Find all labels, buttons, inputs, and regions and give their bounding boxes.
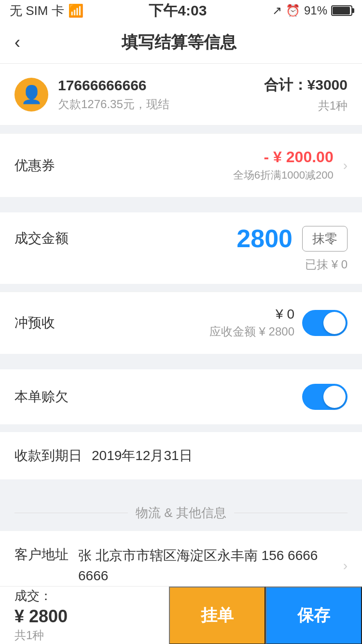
total-amount: 合计：¥3000 (264, 75, 348, 95)
due-date-label: 收款到期日 (14, 447, 82, 465)
coupon-chevron-icon: › (343, 158, 348, 173)
bottom-count: 共1种 (14, 628, 154, 643)
prepayment-row: 冲预收 ¥ 0 应收金额 ¥ 2800 (0, 292, 362, 354)
save-button[interactable]: 保存 (265, 587, 362, 644)
user-info-row: 👤 17666666666 欠款1276.35元，现结 合计：¥3000 共1种 (0, 64, 362, 126)
toggle-knob (323, 312, 346, 334)
address-label: 客户地址 (14, 546, 69, 564)
prepayment-amount: ¥ 0 (209, 307, 294, 322)
battery-icon (331, 5, 352, 16)
bottom-info: 成交： ¥ 2800 共1种 (0, 588, 169, 643)
due-date-section: 收款到期日 2019年12月31日 (0, 432, 362, 479)
logistics-line-right (234, 513, 348, 513)
bottom-amount: ¥ 2800 (14, 606, 154, 627)
battery-percent: 91% (304, 4, 327, 17)
prepayment-sub: 应收金额 ¥ 2800 (209, 324, 294, 339)
status-time: 下午4:03 (149, 1, 207, 21)
user-debt: 欠款1276.35元，现结 (58, 97, 264, 112)
logistics-line-left (14, 513, 128, 513)
coupon-label: 优惠券 (14, 156, 233, 175)
debit-toggle[interactable] (302, 384, 348, 410)
user-phone: 17666666666 (58, 77, 264, 94)
debit-section: 本单赊欠 (0, 369, 362, 424)
bottom-bar: 成交： ¥ 2800 共1种 挂单 保存 (0, 586, 362, 644)
content: 👤 17666666666 欠款1276.35元，现结 合计：¥3000 共1种… (0, 64, 362, 644)
section-divider-2 (0, 362, 362, 369)
alarm-icon: ⏰ (286, 4, 300, 17)
avatar-icon: 👤 (21, 84, 42, 105)
user-info: 17666666666 欠款1276.35元，现结 (58, 77, 264, 112)
section-divider-1 (0, 205, 362, 212)
page-title: 填写结算等信息 (30, 31, 328, 54)
debit-toggle-knob (323, 386, 346, 408)
coupon-desc: 全场6折满1000减200 (233, 168, 334, 182)
address-chevron-icon: › (343, 558, 348, 574)
transaction-label: 成交金额 (14, 229, 69, 248)
logistics-text: 物流 & 其他信息 (136, 504, 226, 521)
section-divider-3 (0, 487, 362, 495)
address-value: 张 北京市市辖区海淀区永丰南 156 6666 6666 (78, 546, 334, 586)
transaction-value-group: 2800 抹零 (237, 224, 348, 253)
avatar: 👤 (14, 78, 48, 112)
due-date-value: 2019年12月31日 (92, 447, 193, 465)
nav-bar: ‹ 填写结算等信息 (0, 21, 362, 64)
location-icon: ↗ (272, 4, 282, 17)
debit-label: 本单赊欠 (14, 388, 69, 406)
back-button[interactable]: ‹ (14, 32, 20, 53)
total-label: 合计： (264, 77, 307, 93)
prepayment-right: ¥ 0 应收金额 ¥ 2800 (209, 307, 348, 339)
total-count: 共1种 (264, 98, 348, 113)
transaction-amount: 2800 (237, 224, 292, 253)
round-button[interactable]: 抹零 (302, 226, 348, 252)
coupon-right: - ¥ 200.00 全场6折满1000减200 (233, 148, 334, 182)
status-left: 无 SIM 卡 📶 (10, 2, 84, 19)
status-right: ↗ ⏰ 91% (272, 4, 352, 17)
coupon-row[interactable]: 优惠券 - ¥ 200.00 全场6折满1000减200 › (0, 133, 362, 197)
prepayment-toggle[interactable] (302, 310, 348, 336)
transaction-row: 成交金额 2800 抹零 (14, 224, 348, 253)
hang-button[interactable]: 挂单 (169, 587, 265, 644)
coupon-amount: - ¥ 200.00 (264, 148, 334, 166)
total-value: ¥3000 (307, 77, 348, 93)
wifi-icon: 📶 (68, 3, 84, 18)
user-total: 合计：¥3000 共1种 (264, 75, 348, 113)
logistics-divider: 物流 & 其他信息 (0, 495, 362, 531)
transaction-sub: 已抹 ¥ 0 (14, 257, 348, 272)
transaction-section: 成交金额 2800 抹零 已抹 ¥ 0 (0, 212, 362, 284)
prepayment-label: 冲预收 (14, 314, 209, 332)
sim-status: 无 SIM 卡 (10, 2, 64, 19)
prepayment-values: ¥ 0 应收金额 ¥ 2800 (209, 307, 294, 339)
status-bar: 无 SIM 卡 📶 下午4:03 ↗ ⏰ 91% (0, 0, 362, 21)
bottom-deal-label: 成交： (14, 588, 154, 604)
